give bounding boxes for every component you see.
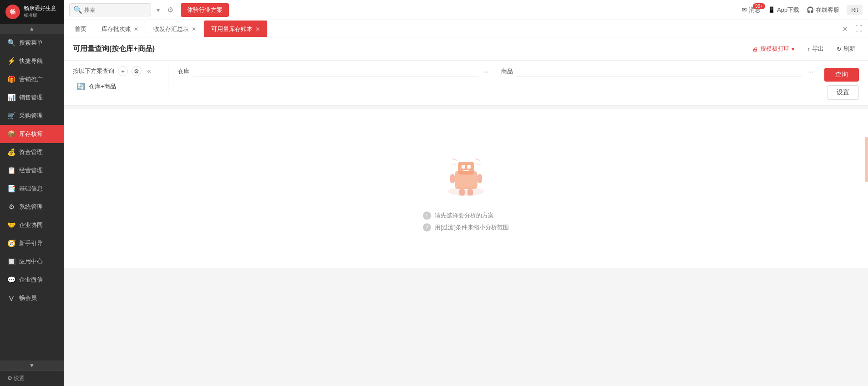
sidebar-scroll-down[interactable]: ▼ xyxy=(0,360,64,371)
app-center-icon: 🔲 xyxy=(7,257,15,266)
filter-actions: 查询 设置 xyxy=(824,66,859,100)
add-scheme-btn[interactable]: + xyxy=(118,66,128,76)
tab-receipt-summary[interactable]: 收发存汇总表 ✕ xyxy=(146,21,204,37)
empty-tip-1: 1 请先选择要分析的方案 xyxy=(423,211,494,220)
sidebar-item-label-new-guide: 新手引导 xyxy=(19,239,43,247)
tab-batch-ledger[interactable]: 库存批次账 ✕ xyxy=(94,21,146,37)
operations-mgmt-icon: 📋 xyxy=(7,166,15,175)
topbar: 🔍 ▾ ⚙ 体验行业方案 ✉ 消息 99+ 📱 App下载 🎧 在线客服 Rit xyxy=(64,0,868,20)
topbar-trial-btn[interactable]: 体验行业方案 xyxy=(181,3,229,17)
svg-rect-3 xyxy=(462,165,465,169)
empty-tip-2: 2 用[过滤]条件来缩小分析范围 xyxy=(423,223,509,232)
sidebar-item-member[interactable]: V畅会员 xyxy=(0,289,64,307)
sidebar-item-app-center[interactable]: 🔲应用中心 xyxy=(0,252,64,271)
page-title: 可用量查询(按仓库+商品) xyxy=(73,44,155,54)
sidebar-item-label-search: 搜索菜单 xyxy=(19,39,43,47)
sidebar-item-sales-mgmt[interactable]: 📊销售管理 xyxy=(0,88,64,107)
purchase-mgmt-icon: 🛒 xyxy=(7,112,15,120)
sidebar-item-label-app-center: 应用中心 xyxy=(19,257,43,266)
sidebar-item-enterprise-wechat[interactable]: 💬企业微信 xyxy=(0,271,64,289)
inventory-calc-icon: 📦 xyxy=(7,130,15,138)
sidebar-item-purchase-mgmt[interactable]: 🛒采购管理 xyxy=(0,107,64,125)
empty-state: 1 请先选择要分析的方案 2 用[过滤]条件来缩小分析范围 xyxy=(64,109,868,268)
message-icon: ✉ xyxy=(742,6,747,13)
topbar-search-input[interactable] xyxy=(84,7,143,13)
tab-close-receipt-summary[interactable]: ✕ xyxy=(192,26,196,32)
topbar-user[interactable]: Rit xyxy=(847,5,863,15)
query-btn[interactable]: 查询 xyxy=(824,68,859,82)
page-title-actions: 🖨 按模板打印 ▾ ↑ 导出 ↻ 刷新 xyxy=(749,43,859,55)
filter-settings-btn[interactable]: 设置 xyxy=(827,85,859,100)
sidebar-item-label-basic-info: 基础信息 xyxy=(19,185,43,193)
topbar-dropdown-btn[interactable]: ▾ xyxy=(155,6,162,14)
message-badge: 99+ xyxy=(753,3,765,9)
scheme-item-warehouse-product[interactable]: 🔄 仓库+商品 xyxy=(73,80,162,93)
svg-rect-8 xyxy=(459,189,465,196)
sidebar-item-fund-mgmt[interactable]: 💰资金管理 xyxy=(0,143,64,161)
filter-area: 按以下方案查询 + ⚙ « 🔄 仓库+商品 仓库 ··· xyxy=(64,61,868,106)
fund-mgmt-icon: 💰 xyxy=(7,148,15,156)
tab-close-batch-ledger[interactable]: ✕ xyxy=(134,26,138,32)
sidebar-item-shortcut[interactable]: ⚡快捷导航 xyxy=(0,52,64,70)
svg-rect-9 xyxy=(467,189,473,196)
export-icon: ↑ xyxy=(807,46,811,52)
sidebar-scroll-up[interactable]: ▲ xyxy=(0,24,64,34)
svg-line-10 xyxy=(452,159,457,160)
topbar-search-box[interactable]: 🔍 xyxy=(69,3,151,16)
tab-maximize-btn[interactable]: ⛶ xyxy=(853,22,864,35)
svg-rect-6 xyxy=(450,174,455,183)
sidebar-item-label-enterprise-wechat: 企业微信 xyxy=(19,276,43,284)
sidebar-item-enterprise-collab[interactable]: 🤝企业协同 xyxy=(0,216,64,234)
sidebar-item-label-member: 畅会员 xyxy=(19,294,37,302)
product-more-btn[interactable]: ··· xyxy=(806,68,815,75)
topbar-message[interactable]: ✉ 消息 99+ xyxy=(742,6,761,14)
topbar-online-service[interactable]: 🎧 在线客服 xyxy=(807,6,839,14)
filter-scheme-panel: 按以下方案查询 + ⚙ « 🔄 仓库+商品 xyxy=(73,66,168,93)
filter-scheme-header: 按以下方案查询 + ⚙ « xyxy=(73,66,162,76)
tab-available-ledger[interactable]: 可用量库存账本 ✕ xyxy=(204,21,268,37)
sidebar-bottom-action[interactable]: ⚙ 设置 xyxy=(0,371,64,386)
warehouse-label: 仓库 xyxy=(178,67,189,76)
collapse-filter-btn[interactable]: « xyxy=(145,67,153,75)
right-edge-scrollbar[interactable] xyxy=(865,137,868,182)
product-label: 商品 xyxy=(501,67,513,76)
member-icon: V xyxy=(7,294,15,302)
scheme-settings-btn[interactable]: ⚙ xyxy=(132,66,142,76)
tab-close-all-btn[interactable]: ✕ xyxy=(840,22,850,35)
sidebar-item-operations-mgmt[interactable]: 📋经营管理 xyxy=(0,161,64,180)
sidebar-item-new-guide[interactable]: 🧭新手引导 xyxy=(0,234,64,252)
product-input[interactable] xyxy=(517,66,803,77)
tab-close-available-ledger[interactable]: ✕ xyxy=(255,26,260,32)
topbar-right: ✉ 消息 99+ 📱 App下载 🎧 在线客服 Rit xyxy=(742,5,863,15)
export-btn[interactable]: ↑ 导出 xyxy=(804,43,828,55)
svg-rect-2 xyxy=(458,162,474,175)
sidebar-item-system-mgmt[interactable]: ⚙系统管理 xyxy=(0,198,64,216)
sidebar: 畅 畅康通好生意 标准版 ▲ 🔍搜索菜单⚡快捷导航🎁营销推广📊销售管理🛒采购管理… xyxy=(0,0,64,386)
warehouse-more-btn[interactable]: ··· xyxy=(483,68,492,75)
topbar-app-download[interactable]: 📱 App下载 xyxy=(768,6,799,14)
sidebar-item-label-operations-mgmt: 经营管理 xyxy=(19,166,43,175)
sidebar-item-search[interactable]: 🔍搜索菜单 xyxy=(0,34,64,52)
search-icon: 🔍 xyxy=(7,39,15,47)
search-icon: 🔍 xyxy=(73,5,82,14)
filter-row-1: 仓库 ··· 商品 ··· xyxy=(178,66,815,77)
filter-field-warehouse: 仓库 ··· xyxy=(178,66,492,77)
sidebar-title-block: 畅康通好生意 标准版 xyxy=(24,5,56,19)
sidebar-item-basic-info[interactable]: 📑基础信息 xyxy=(0,180,64,198)
empty-tips: 1 请先选择要分析的方案 2 用[过滤]条件来缩小分析范围 xyxy=(423,211,509,232)
print-template-btn[interactable]: 🖨 按模板打印 ▾ xyxy=(749,43,798,55)
sidebar-item-label-sales-mgmt: 销售管理 xyxy=(19,93,43,102)
refresh-btn[interactable]: ↻ 刷新 xyxy=(833,43,859,55)
tab-home[interactable]: 首页 xyxy=(67,21,94,37)
topbar-settings-icon[interactable]: ⚙ xyxy=(165,5,175,14)
sidebar-logo: 畅 xyxy=(5,5,20,19)
sidebar-item-label-fund-mgmt: 资金管理 xyxy=(19,148,43,156)
sidebar-edition: 标准版 xyxy=(24,12,56,19)
tab-actions: ✕ ⛶ xyxy=(840,22,864,35)
sidebar-item-label-purchase-mgmt: 采购管理 xyxy=(19,112,43,120)
app-download-icon: 📱 xyxy=(768,6,775,13)
page-content: 可用量查询(按仓库+商品) 🖨 按模板打印 ▾ ↑ 导出 ↻ 刷新 xyxy=(64,37,868,386)
warehouse-input[interactable] xyxy=(193,66,479,77)
sidebar-item-marketing-promo[interactable]: 🎁营销推广 xyxy=(0,70,64,88)
sidebar-item-inventory-calc[interactable]: 📦库存核算 xyxy=(0,125,64,143)
